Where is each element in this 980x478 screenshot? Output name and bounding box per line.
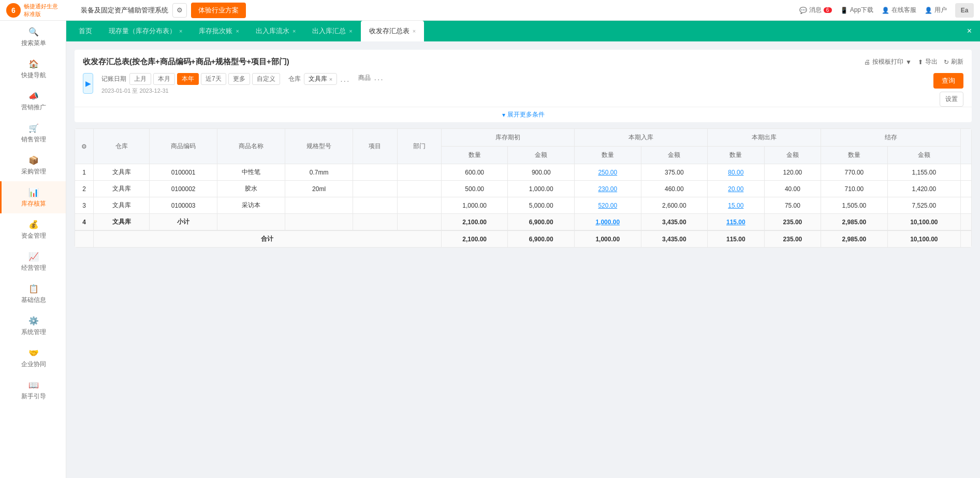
row-3-out-qty[interactable]: 15.00 bbox=[708, 197, 765, 214]
col-settings[interactable]: ⚙ bbox=[75, 129, 94, 164]
logo-line1: 畅捷通好生意 bbox=[24, 3, 58, 10]
experience-btn[interactable]: 体验行业方案 bbox=[191, 3, 246, 18]
nav-close-all[interactable]: × bbox=[963, 24, 976, 38]
nav-tab-batch-ledger[interactable]: 库存批次账 × bbox=[191, 21, 247, 41]
nav-tab-receive-summary-close[interactable]: × bbox=[413, 28, 416, 34]
warehouse-tag-close[interactable]: × bbox=[329, 76, 332, 82]
date-btn-this-year[interactable]: 本年 bbox=[177, 73, 199, 85]
online-service-btn[interactable]: 👤 在线客服 bbox=[882, 6, 916, 15]
expand-more-btn[interactable]: ▾ 展开更多条件 bbox=[75, 107, 972, 122]
row-1-out-amt: 120.00 bbox=[764, 164, 821, 181]
query-btn[interactable]: 查询 bbox=[933, 73, 963, 89]
table-row: 3 文具库 0100003 采访本 1,000.00 5,000.00 520.… bbox=[75, 197, 972, 214]
nav-tab-inventory-dist[interactable]: 现存量（库存分布表） × bbox=[100, 21, 191, 41]
col-closing-group: 结存 bbox=[821, 129, 961, 147]
date-label: 记账日期 bbox=[101, 75, 126, 83]
row-1-close-amt: 1,155.00 bbox=[887, 164, 960, 181]
sidebar-item-marketing[interactable]: 📣 营销推广 bbox=[0, 85, 66, 117]
total-open-amt: 6,900.00 bbox=[508, 230, 575, 248]
print-btn[interactable]: 🖨 按模板打印 ▼ bbox=[864, 57, 912, 66]
row-1-close-qty: 770.00 bbox=[821, 164, 888, 181]
export-btn[interactable]: ⬆ 导出 bbox=[918, 57, 938, 66]
row-1-in-qty[interactable]: 250.00 bbox=[575, 164, 641, 181]
date-btn-this-month[interactable]: 本月 bbox=[153, 73, 175, 85]
col-outbound-qty: 数量 bbox=[708, 147, 765, 164]
date-btn-more[interactable]: 更多 bbox=[228, 73, 250, 85]
nav-tab-inout-summary[interactable]: 出入库汇总 × bbox=[304, 21, 360, 41]
row-3-project bbox=[353, 197, 397, 214]
col-opening-amt: 金额 bbox=[508, 147, 575, 164]
row-2-out-qty[interactable]: 20.00 bbox=[708, 181, 765, 197]
row-3-goods-code: 0100003 bbox=[150, 197, 217, 214]
date-btn-custom[interactable]: 自定义 bbox=[252, 73, 280, 85]
nav-tab-batch-ledger-close[interactable]: × bbox=[236, 28, 239, 34]
subtotal-empty2 bbox=[285, 214, 353, 231]
finance-icon: 💰 bbox=[28, 220, 39, 229]
nav-tab-inout-summary-close[interactable]: × bbox=[349, 28, 352, 34]
row-1-open-qty: 600.00 bbox=[441, 164, 508, 181]
subtotal-empty1 bbox=[217, 214, 285, 231]
export-icon: ⬆ bbox=[918, 59, 923, 66]
date-btn-last-month[interactable]: 上月 bbox=[129, 73, 151, 85]
total-out-qty: 115.00 bbox=[708, 230, 765, 248]
nav-tab-inout-flow[interactable]: 出入库流水 × bbox=[247, 21, 304, 41]
col-outbound-amt: 金额 bbox=[764, 147, 821, 164]
sidebar-item-basic-info[interactable]: 📋 基础信息 bbox=[0, 278, 66, 310]
sidebar-item-system[interactable]: ⚙️ 系统管理 bbox=[0, 310, 66, 342]
collapse-btn[interactable]: ▶ bbox=[83, 73, 93, 94]
date-range: 2023-01-01 至 2023-12-31 bbox=[101, 87, 280, 95]
nav-tab-inout-flow-close[interactable]: × bbox=[292, 28, 296, 34]
warehouse-more-dots[interactable]: ... bbox=[340, 75, 350, 84]
message-btn[interactable]: 💬 消息 6 bbox=[799, 6, 832, 15]
refresh-btn[interactable]: ↻ 刷新 bbox=[944, 57, 963, 66]
settings-button[interactable]: ⚙ bbox=[172, 3, 187, 18]
sidebar-item-sales[interactable]: 🛒 销售管理 bbox=[0, 117, 66, 149]
total-close-amt: 10,100.00 bbox=[887, 230, 960, 248]
header-actions: 🖨 按模板打印 ▼ ⬆ 导出 ↻ 刷新 bbox=[864, 57, 963, 66]
row-1-out-qty[interactable]: 80.00 bbox=[708, 164, 765, 181]
sidebar-item-label-finance: 资金管理 bbox=[21, 231, 46, 240]
sidebar-item-label-marketing: 营销推广 bbox=[21, 103, 46, 112]
col-outbound-group: 本期出库 bbox=[708, 129, 821, 147]
subtotal-close-qty: 2,985.00 bbox=[821, 214, 888, 231]
title-row: 收发存汇总表(按仓库+商品编码+商品+规格型号+项目+部门) 🖨 按模板打印 ▼… bbox=[75, 50, 972, 67]
home-icon: 🏠 bbox=[28, 59, 39, 69]
refresh-icon: ↻ bbox=[944, 59, 949, 66]
sidebar-item-enterprise[interactable]: 🤝 企业协同 bbox=[0, 342, 66, 374]
sidebar-item-finance[interactable]: 💰 资金管理 bbox=[0, 213, 66, 245]
nav-tab-home[interactable]: 首页 bbox=[70, 21, 100, 41]
sidebar-item-search[interactable]: 🔍 搜索菜单 bbox=[0, 21, 66, 53]
row-1-open-amt: 900.00 bbox=[508, 164, 575, 181]
sidebar-item-label-basic-info: 基础信息 bbox=[21, 296, 46, 305]
marketing-icon: 📣 bbox=[28, 91, 39, 101]
sidebar-item-inventory[interactable]: 📊 库存核算 bbox=[0, 181, 66, 213]
nav-tab-inventory-dist-close[interactable]: × bbox=[179, 28, 182, 34]
date-btn-7days[interactable]: 近7天 bbox=[201, 73, 226, 85]
sidebar-item-label-guide: 新手引导 bbox=[21, 392, 46, 401]
row-3-in-qty[interactable]: 520.00 bbox=[575, 197, 641, 214]
row-2-extra bbox=[961, 181, 972, 197]
goods-more-dots[interactable]: ... bbox=[374, 73, 384, 82]
subtotal-close-amt: 10,100.00 bbox=[887, 214, 960, 231]
subtotal-out-qty[interactable]: 115.00 bbox=[708, 214, 765, 231]
nav-tab-receive-summary[interactable]: 收发存汇总表 × bbox=[361, 21, 424, 41]
row-2-in-qty[interactable]: 230.00 bbox=[575, 181, 641, 197]
col-extra bbox=[961, 129, 972, 164]
subtotal-in-qty[interactable]: 1,000.00 bbox=[575, 214, 641, 231]
sidebar-item-quick-nav[interactable]: 🏠 快捷导航 bbox=[0, 53, 66, 85]
table-footer: 合计 2,100.00 6,900.00 1,000.00 3,435.00 1… bbox=[75, 230, 972, 248]
user-btn[interactable]: 👤 用户 bbox=[925, 6, 947, 15]
settings-btn[interactable]: 设置 bbox=[940, 92, 963, 107]
app-download-btn[interactable]: 📱 App下载 bbox=[840, 6, 873, 15]
col-goods-name: 商品名称 bbox=[217, 129, 285, 164]
sidebar-item-operations[interactable]: 📈 经营管理 bbox=[0, 245, 66, 278]
nav-tab-batch-ledger-label: 库存批次账 bbox=[199, 26, 232, 36]
table-row: 2 文具库 0100002 胶水 20ml 500.00 1,000.00 23… bbox=[75, 181, 972, 197]
export-label: 导出 bbox=[925, 57, 938, 66]
row-2-goods-name: 胶水 bbox=[217, 181, 285, 197]
subtotal-empty4 bbox=[397, 214, 441, 231]
sidebar-item-guide[interactable]: 📖 新手引导 bbox=[0, 374, 66, 406]
sidebar-item-purchase[interactable]: 📦 采购管理 bbox=[0, 149, 66, 181]
row-1-in-amt: 375.00 bbox=[641, 164, 708, 181]
user-avatar[interactable]: Ea bbox=[955, 3, 974, 18]
